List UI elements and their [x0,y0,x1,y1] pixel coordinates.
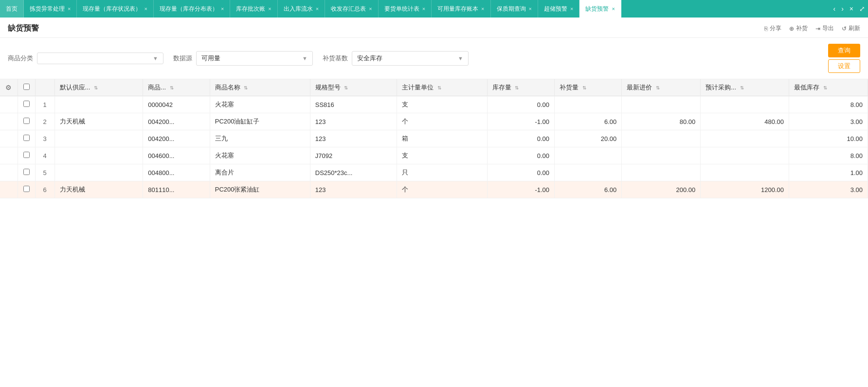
tab-close-batch[interactable]: × [268,6,271,12]
col-header-checkbox[interactable] [18,79,35,96]
row-index-4: 5 [35,164,54,181]
row-gear-4[interactable] [0,164,18,181]
restock-button[interactable]: ⊕ 补货 [789,24,808,33]
tab-nav-close[interactable]: × [847,5,856,13]
row-est-purchase-3 [701,147,789,164]
row-checkbox-0[interactable] [18,96,35,113]
row-gear-1[interactable] [0,113,18,130]
tab-batch[interactable]: 库存批次账 × [230,0,277,18]
tab-close-inout-flow[interactable]: × [316,6,319,12]
tab-overstock[interactable]: 超储预警 × [538,0,579,18]
row-checkbox-3[interactable] [18,147,35,164]
row-latest-price-1: 80.00 [622,113,701,130]
row-checkbox-1[interactable] [23,118,30,124]
row-gear-2[interactable] [0,130,18,147]
tab-inventory-dist[interactable]: 现存量（库存分布表） × [154,0,230,18]
col-header-min-stock[interactable]: 最低库存 ⇅ [789,79,868,96]
row-est-purchase-0 [701,96,789,113]
row-checkbox-2[interactable] [18,130,35,147]
settings-button[interactable]: 设置 [828,59,860,73]
col-header-product-code[interactable]: 商品... ⇅ [143,79,210,96]
table-row[interactable]: 6力天机械801110...PC200张紧油缸123个-1.006.00200.… [0,181,868,198]
row-stock-0: 0.00 [487,96,554,113]
tab-close-recv-summary[interactable]: × [369,6,372,12]
category-select[interactable]: ▼ [37,53,163,64]
row-checkbox-4[interactable] [18,164,35,181]
row-checkbox-5[interactable] [23,186,30,192]
col-header-latest-price[interactable]: 最新进价 ⇅ [622,79,701,96]
restock-base-select[interactable]: 安全库存 ▼ [352,51,469,66]
tab-expiry-query[interactable]: 保质期查询 × [491,0,538,18]
row-checkbox-0[interactable] [23,101,30,107]
tab-close-stockout[interactable]: × [612,6,615,12]
row-gear-0[interactable] [0,96,18,113]
tab-inout-flow[interactable]: 出入库流水 × [278,0,325,18]
col-header-est-purchase[interactable]: 预计采购... ⇅ [701,79,789,96]
row-min-stock-2: 10.00 [789,130,868,147]
row-checkbox-2[interactable] [23,135,30,141]
row-restock-qty-0 [555,96,622,113]
col-header-product-name[interactable]: 商品名称 ⇅ [210,79,310,96]
row-supplier-4 [54,164,143,181]
tab-close-overstock[interactable]: × [570,6,573,12]
header-actions: ⎘ 分享 ⊕ 补货 ⇥ 导出 ↺ 刷新 [764,24,860,33]
table-row[interactable]: 10000042火花塞SS816支0.008.00 [0,96,868,113]
tab-close-inventory-status[interactable]: × [144,6,147,12]
tab-close-exception[interactable]: × [68,6,71,12]
row-supplier-3 [54,147,143,164]
col-header-gear[interactable]: ⚙ [0,79,18,96]
row-restock-qty-4 [555,164,622,181]
page-title: 缺货预警 [8,23,764,34]
table-row[interactable]: 4004600...火花塞J7092支0.008.00 [0,147,868,164]
row-product-code-2: 004200... [143,130,210,147]
row-min-stock-5: 3.00 [789,181,868,198]
tab-inventory-status[interactable]: 现存量（库存状况表） × [77,0,153,18]
row-spec-4: DS250*23c... [310,164,397,181]
col-header-unit[interactable]: 主计量单位 ⇅ [397,79,488,96]
row-unit-1: 个 [397,113,488,130]
col-header-spec[interactable]: 规格型号 ⇅ [310,79,397,96]
tab-close-expiry-query[interactable]: × [529,6,532,12]
row-gear-5[interactable] [0,181,18,198]
tab-nav-prev[interactable]: ‹ [830,5,838,13]
row-latest-price-4 [622,164,701,181]
tab-close-available-ledger[interactable]: × [481,6,484,12]
table-container: ⚙ 默认供应... ⇅ 商品... ⇅ 商品名称 [0,79,868,198]
select-all-checkbox[interactable] [23,84,30,90]
tab-order-stats[interactable]: 要货单统计表 × [379,0,432,18]
col-header-stock[interactable]: 库存量 ⇅ [487,79,554,96]
tab-nav-fullscreen[interactable]: ⤢ [856,5,868,13]
share-button[interactable]: ⎘ 分享 [764,24,781,33]
row-checkbox-3[interactable] [23,152,30,158]
tab-close-order-stats[interactable]: × [422,6,425,12]
sort-icon-unit: ⇅ [437,85,441,90]
col-header-supplier[interactable]: 默认供应... ⇅ [54,79,143,96]
row-product-name-5: PC200张紧油缸 [210,181,310,198]
table-row[interactable]: 2力天机械004200...PC200油缸缸子123个-1.006.0080.0… [0,113,868,130]
row-product-code-4: 004800... [143,164,210,181]
tab-recv-summary[interactable]: 收发存汇总表 × [325,0,378,18]
tab-home[interactable]: 首页 [0,0,24,18]
row-gear-3[interactable] [0,147,18,164]
export-button[interactable]: ⇥ 导出 [815,24,834,33]
page-header: 缺货预警 ⎘ 分享 ⊕ 补货 ⇥ 导出 ↺ 刷新 [0,18,868,38]
restock-base-filter-group: 补货基数 安全库存 ▼ [323,51,469,66]
data-table: ⚙ 默认供应... ⇅ 商品... ⇅ 商品名称 [0,79,868,198]
tab-available-ledger[interactable]: 可用量库存账本 × [432,0,490,18]
tab-stockout[interactable]: 缺货预警 × [579,0,621,18]
tab-close-inventory-dist[interactable]: × [221,6,224,12]
row-checkbox-1[interactable] [18,113,35,130]
row-product-name-2: 三九 [210,130,310,147]
datasource-filter-group: 数据源 可用量 ▼ [173,51,313,66]
row-checkbox-5[interactable] [18,181,35,198]
col-header-restock-qty[interactable]: 补货量 ⇅ [555,79,622,96]
column-settings-icon[interactable]: ⚙ [5,84,12,91]
tab-nav-next[interactable]: › [838,5,847,13]
row-checkbox-4[interactable] [23,169,30,175]
query-button[interactable]: 查询 [828,44,860,57]
table-row[interactable]: 5004800...离合片DS250*23c...只0.001.00 [0,164,868,181]
refresh-button[interactable]: ↺ 刷新 [842,24,860,33]
datasource-select[interactable]: 可用量 ▼ [196,51,313,66]
table-row[interactable]: 3004200...三九123箱0.0020.0010.00 [0,130,868,147]
tab-exception[interactable]: 拣货异常处理 × [24,0,77,18]
